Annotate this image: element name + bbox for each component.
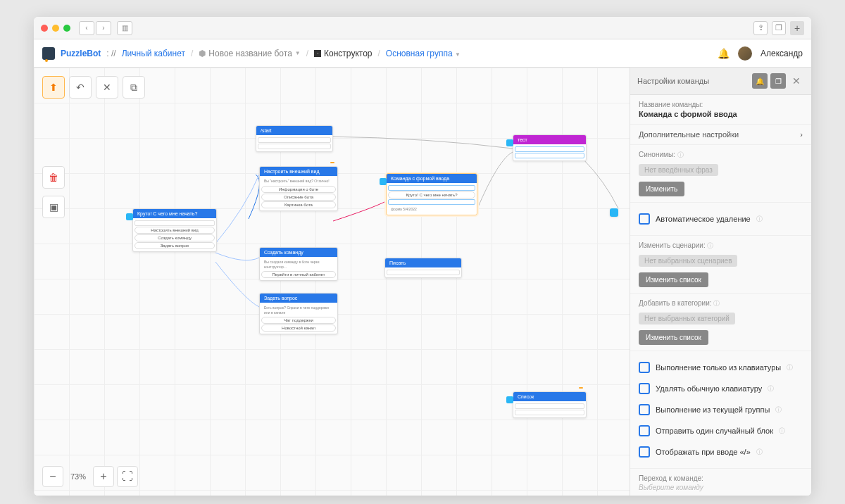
- node-text: форма 5/4/2022: [388, 206, 475, 213]
- port-icon[interactable]: [380, 178, 387, 185]
- checkbox-label: Отправить один случайный блок: [656, 427, 773, 435]
- edit-scenarios-button[interactable]: Изменить список: [639, 272, 708, 287]
- node-button[interactable]: Создать команду: [134, 234, 215, 241]
- breadcrumb-constructor[interactable]: Конструктор: [314, 49, 372, 58]
- cancel-button[interactable]: ✕: [96, 76, 118, 99]
- node-button[interactable]: Новостной канал: [261, 325, 336, 332]
- zoom-out-button[interactable]: −: [42, 466, 63, 487]
- node-header: Команда с формой ввода: [387, 174, 477, 183]
- add-node-button[interactable]: ⧉: [123, 76, 145, 99]
- delete-button[interactable]: 🗑: [42, 166, 65, 189]
- node-button[interactable]: Настроить внешний вид: [134, 227, 215, 234]
- extra-settings-label: Дополнительные настройки: [639, 130, 739, 139]
- edit-categories-button[interactable]: Изменить список: [639, 330, 708, 345]
- node-button[interactable]: Задать вопрос: [134, 242, 215, 249]
- checkbox-label: Удалять обычную клавиатуру: [656, 384, 762, 393]
- checkbox-icon[interactable]: [639, 362, 650, 373]
- node-form[interactable]: Команда с формой ввода Круто! С чего мне…: [386, 173, 477, 215]
- checkbox-row[interactable]: Отправить один случайный блокⓘ: [639, 420, 803, 441]
- panel-bell-button[interactable]: 🔔: [752, 73, 768, 89]
- node-button[interactable]: Перейти в личный кабинет: [261, 271, 336, 278]
- node-button[interactable]: Информация о боте: [261, 186, 336, 193]
- node-button[interactable]: Описание бота: [261, 194, 336, 201]
- port-icon[interactable]: [126, 213, 133, 220]
- chevron-down-icon: ▼: [295, 50, 301, 56]
- share-icon[interactable]: ⇪: [753, 21, 768, 35]
- info-icon[interactable]: ⓘ: [713, 300, 720, 307]
- minimize-window-icon[interactable]: [52, 25, 59, 32]
- node-header: /start: [256, 126, 332, 135]
- checkbox-row[interactable]: Отображать при вводе «/»ⓘ: [639, 441, 803, 462]
- node-button[interactable]: Круто! С чего мне начать?: [388, 191, 475, 199]
- node-write[interactable]: Писать: [384, 258, 462, 278]
- node-ask[interactable]: Задать вопрос Есть вопрос? Спроси в чате…: [259, 293, 338, 334]
- checkbox-icon[interactable]: [639, 446, 650, 458]
- info-icon[interactable]: ⓘ: [756, 215, 763, 224]
- port-icon[interactable]: [506, 139, 513, 146]
- node-button[interactable]: Чат поддержки: [261, 317, 336, 324]
- node-intro[interactable]: Круто! С чего мне начать? Настроить внеш…: [132, 208, 217, 252]
- checkbox-row[interactable]: Выполнение только из клавиатурыⓘ: [639, 357, 803, 378]
- undo-button[interactable]: ↶: [69, 76, 92, 99]
- close-window-icon[interactable]: [41, 25, 48, 32]
- sidebar-toggle-icon[interactable]: ▥: [117, 21, 132, 35]
- canvas[interactable]: ⬆ ↶ ✕ ⧉ 🗑 ▣ − 73% + ⛶: [34, 68, 630, 496]
- checkbox-icon[interactable]: [639, 425, 650, 436]
- info-icon[interactable]: ⓘ: [768, 384, 774, 393]
- port-out-icon[interactable]: [610, 208, 618, 217]
- username: Александр: [760, 49, 803, 58]
- node-header: Круто! С чего мне начать?: [133, 209, 216, 218]
- breadcrumb-bot[interactable]: ⬢ Новое название бота ▼: [199, 49, 300, 58]
- breadcrumb-sep: /: [191, 49, 193, 58]
- panel-scenarios: Изменить сценарии: ⓘ Нет выбранных сцена…: [630, 236, 811, 294]
- checkbox-row[interactable]: Выполнение из текущей группыⓘ: [639, 399, 803, 420]
- panel-close-button[interactable]: ✕: [789, 73, 804, 89]
- checkbox-icon[interactable]: [639, 404, 650, 415]
- info-icon[interactable]: ⓘ: [787, 363, 793, 372]
- edit-synonyms-button[interactable]: Изменить: [639, 182, 684, 196]
- node-start[interactable]: /start: [256, 125, 333, 152]
- node-header: Настроить внешний вид: [260, 167, 337, 176]
- workspace: ⬆ ↶ ✕ ⧉ 🗑 ▣ − 73% + ⛶: [34, 68, 811, 496]
- upload-button[interactable]: ⬆: [42, 76, 65, 99]
- forward-button[interactable]: ›: [96, 21, 111, 35]
- fit-screen-button[interactable]: ⛶: [117, 466, 138, 487]
- node-row: [388, 185, 475, 191]
- avatar[interactable]: [738, 46, 752, 61]
- node-button[interactable]: Картинка бота: [261, 201, 336, 208]
- panel-synonyms: Синонимы: ⓘ Нет введённых фраз Изменить: [630, 145, 811, 203]
- maximize-window-icon[interactable]: [63, 25, 70, 32]
- checkbox-row[interactable]: Автоматическое удаление ⓘ: [639, 208, 803, 229]
- info-icon[interactable]: ⓘ: [756, 448, 763, 457]
- tabs-icon[interactable]: ❐: [772, 21, 786, 35]
- node-create-cmd[interactable]: Создать команду Вы создали команду в бот…: [259, 247, 338, 281]
- node-test[interactable]: тест: [513, 134, 587, 161]
- panel-extra-settings[interactable]: Дополнительные настройки ›: [630, 125, 811, 145]
- app-header: PuzzleBot : // Личный кабинет / ⬢ Новое …: [34, 39, 811, 68]
- frame-button[interactable]: ▣: [42, 196, 65, 218]
- panel-goto: Переход к команде: Выберите команду: [630, 469, 811, 496]
- node-row: [515, 146, 584, 152]
- port-icon[interactable]: [506, 396, 513, 403]
- new-tab-button[interactable]: +: [790, 21, 804, 35]
- goto-placeholder[interactable]: Выберите команду: [639, 484, 803, 491]
- breadcrumb-group[interactable]: Основная группа ▼: [386, 49, 461, 58]
- checkbox-icon[interactable]: [639, 213, 650, 225]
- chevron-down-icon: ▼: [455, 51, 461, 58]
- zoom-in-button[interactable]: +: [93, 466, 114, 487]
- back-button[interactable]: ‹: [79, 21, 94, 35]
- info-icon[interactable]: ⓘ: [677, 151, 684, 158]
- checkbox-icon[interactable]: [639, 383, 650, 394]
- constructor-label: Конструктор: [324, 49, 372, 58]
- info-icon[interactable]: ⓘ: [707, 242, 713, 249]
- info-icon[interactable]: ⓘ: [775, 405, 782, 415]
- app: PuzzleBot : // Личный кабинет / ⬢ Новое …: [34, 39, 811, 496]
- node-appearance[interactable]: Настроить внешний вид Вы "настроить" вне…: [259, 166, 338, 211]
- panel-copy-button[interactable]: ❐: [770, 73, 786, 89]
- info-icon[interactable]: ⓘ: [779, 427, 785, 436]
- checkbox-row[interactable]: Удалять обычную клавиатуруⓘ: [639, 378, 803, 399]
- breadcrumb-bot-label: Новое название бота: [208, 49, 292, 58]
- node-list[interactable]: Список: [513, 391, 587, 418]
- breadcrumb-home[interactable]: Личный кабинет: [122, 49, 185, 58]
- notifications-icon[interactable]: 🔔: [718, 48, 730, 59]
